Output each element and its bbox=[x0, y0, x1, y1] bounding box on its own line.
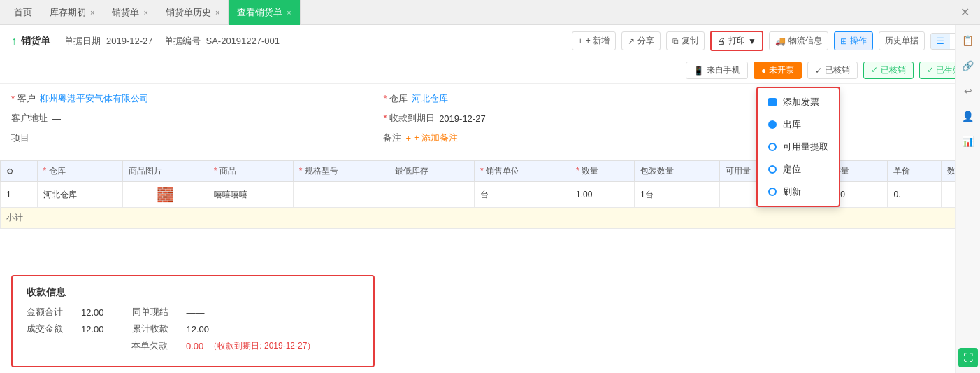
sidebar-return-icon[interactable]: ↩ bbox=[958, 81, 978, 101]
phone-icon: 📱 bbox=[693, 66, 704, 76]
copy-button[interactable]: ⧉ 复制 bbox=[666, 31, 705, 50]
cell-unit: 台 bbox=[474, 182, 570, 208]
product-image-icon: 🧱 bbox=[157, 187, 174, 202]
tab-close-icon[interactable]: × bbox=[143, 0, 147, 25]
warehouse-field: 仓库 河北仓库 bbox=[383, 92, 738, 105]
tab-close-icon[interactable]: × bbox=[287, 0, 291, 25]
print-icon: 🖨 bbox=[717, 36, 726, 46]
available-qty-label: 可用量提取 bbox=[783, 141, 828, 153]
tab-inventory-label: 库存期初 bbox=[50, 0, 86, 25]
address-value: — bbox=[52, 113, 61, 124]
total-label: 金额合计 bbox=[27, 306, 75, 318]
logistics-button[interactable]: 🚚 物流信息 bbox=[769, 31, 828, 50]
payment-date-field: 收款到期日 2019-12-27 bbox=[383, 112, 738, 125]
sidebar-user-icon[interactable]: 👤 bbox=[958, 106, 978, 126]
available-qty-item[interactable]: 可用量提取 bbox=[758, 136, 839, 158]
list-view-button[interactable]: ☰ bbox=[931, 34, 950, 49]
doc-date-value: 2019-12-27 bbox=[106, 36, 153, 46]
note-label: 备注 bbox=[383, 132, 401, 144]
tab-sales-order[interactable]: 销货单 × bbox=[103, 0, 157, 25]
project-field: 项目 — bbox=[11, 132, 366, 144]
sidebar-chart-icon[interactable]: 📊 bbox=[958, 132, 978, 151]
add-note-button[interactable]: + + 添加备注 bbox=[405, 132, 458, 144]
cell-index: 1 bbox=[1, 182, 38, 208]
same-order-value: —— bbox=[187, 307, 205, 318]
cell-image: 🧱 bbox=[122, 182, 208, 208]
same-order-label: 同单现结 bbox=[132, 306, 181, 318]
cell-qty: 1.00 bbox=[570, 182, 634, 208]
address-label: 客户地址 bbox=[11, 112, 48, 125]
total-value: 12.00 bbox=[81, 307, 104, 318]
sidebar-link-icon[interactable]: 🔗 bbox=[958, 56, 978, 76]
doc-meta: 单据日期 2019-12-27 单据编号 SA-20191227-001 bbox=[64, 35, 280, 48]
share-button[interactable]: ↗ 分享 bbox=[621, 31, 661, 50]
payment-title: 收款信息 bbox=[27, 286, 359, 299]
tab-close-icon[interactable]: × bbox=[90, 0, 94, 25]
col-settings[interactable]: ⚙ bbox=[1, 161, 38, 182]
tab-home[interactable]: 首页 bbox=[6, 0, 41, 25]
main-content: ↑ 销货单 单据日期 2019-12-27 单据编号 SA-20191227-0… bbox=[0, 25, 980, 373]
add-button[interactable]: + + 新增 bbox=[572, 31, 616, 50]
cell-warehouse: 河北仓库 bbox=[37, 182, 122, 208]
locate-item[interactable]: 定位 bbox=[758, 158, 839, 181]
operations-icon: ⊞ bbox=[840, 36, 847, 46]
tab-view-label: 查看销货单 bbox=[237, 0, 282, 25]
owed-label: 本单欠款 bbox=[131, 339, 180, 352]
from-phone-button[interactable]: 📱 来自手机 bbox=[686, 62, 748, 79]
history-button[interactable]: 历史单据 bbox=[879, 31, 925, 50]
customer-value[interactable]: 柳州粤港平安气体有限公司 bbox=[40, 92, 149, 105]
cancelled-badge: ✓ 已核销 bbox=[863, 62, 913, 79]
tab-view-sales[interactable]: 查看销货单 × bbox=[229, 0, 300, 25]
print-button[interactable]: 🖨 打印 ▼ bbox=[710, 31, 763, 51]
tab-inventory-start[interactable]: 库存期初 × bbox=[41, 0, 103, 25]
col-image: 商品图片 bbox=[122, 161, 208, 182]
doc-number-value: SA-20191227-001 bbox=[206, 36, 280, 46]
cell-price: 0. bbox=[888, 182, 942, 208]
cell-pack-qty: 1台 bbox=[635, 182, 720, 208]
sidebar-expand-icon[interactable]: ⛶ bbox=[958, 348, 978, 367]
add-invoice-item[interactable]: 添加发票 bbox=[758, 91, 839, 113]
tab-sales-history[interactable]: 销货单历史 × bbox=[157, 0, 229, 25]
doc-header: ↑ 销货单 单据日期 2019-12-27 单据编号 SA-20191227-0… bbox=[0, 25, 980, 57]
sidebar-clipboard-icon[interactable]: 📋 bbox=[958, 31, 978, 50]
total-field: 金额合计 12.00 bbox=[27, 306, 104, 318]
project-label: 项目 bbox=[11, 132, 29, 144]
locate-icon bbox=[768, 164, 777, 174]
owed-field: 本单欠款 0.00 （收款到期日: 2019-12-27） bbox=[131, 339, 315, 352]
cell-min-stock bbox=[389, 182, 474, 208]
effective-icon: ✓ bbox=[927, 65, 934, 75]
tab-close-icon[interactable]: × bbox=[215, 0, 219, 25]
payment-date-value[interactable]: 2019-12-27 bbox=[439, 113, 486, 124]
operations-dropdown: 添加发票 出库 可用量提取 定位 刷新 bbox=[756, 87, 840, 207]
tab-home-label: 首页 bbox=[14, 0, 32, 25]
cumulative-value: 12.00 bbox=[187, 324, 210, 335]
owed-value: 0.00 bbox=[186, 341, 203, 351]
payment-row-3: 本单欠款 0.00 （收款到期日: 2019-12-27） bbox=[27, 339, 359, 352]
warehouse-value[interactable]: 河北仓库 bbox=[412, 92, 448, 105]
cell-product: 嘻嘻嘻嘻 bbox=[208, 182, 293, 208]
available-icon bbox=[768, 142, 777, 152]
customer-field: 客户 柳州粤港平安气体有限公司 bbox=[11, 92, 366, 105]
doc-title-icon: ↑ bbox=[11, 35, 17, 48]
not-open-button[interactable]: ● 未开票 bbox=[754, 62, 802, 79]
toolbar: + + 新增 ↗ 分享 ⧉ 复制 🖨 打印 ▼ 🚚 物流信息 ⊞ bbox=[572, 31, 969, 51]
copy-icon: ⧉ bbox=[672, 36, 679, 46]
window-close-button[interactable]: ✕ bbox=[955, 3, 974, 22]
refresh-item[interactable]: 刷新 bbox=[758, 181, 839, 203]
share-icon: ↗ bbox=[628, 36, 635, 46]
deal-amount-value: 12.00 bbox=[81, 324, 104, 335]
payment-date-label: 收款到期日 bbox=[383, 112, 435, 125]
col-qty: 数量 bbox=[570, 161, 634, 182]
payment-row-2: 成交金额 12.00 累计收款 12.00 bbox=[27, 323, 359, 335]
payment-info-box: 收款信息 金额合计 12.00 同单现结 —— 成交金额 12.00 累计收款 … bbox=[11, 275, 375, 367]
col-product: 商品 bbox=[208, 161, 293, 182]
out-warehouse-item[interactable]: 出库 bbox=[758, 113, 839, 136]
note-field: 备注 + + 添加备注 bbox=[383, 132, 738, 144]
tab-history-label: 销货单历史 bbox=[166, 0, 211, 25]
project-value: — bbox=[34, 133, 43, 143]
doc-date-label: 单据日期 2019-12-27 bbox=[64, 35, 153, 48]
operations-button[interactable]: ⊞ 操作 bbox=[834, 31, 873, 50]
col-min-stock: 最低库存 bbox=[389, 161, 474, 182]
print-dropdown-icon: ▼ bbox=[748, 36, 756, 46]
check-button[interactable]: ✓ 已核销 bbox=[807, 62, 858, 79]
